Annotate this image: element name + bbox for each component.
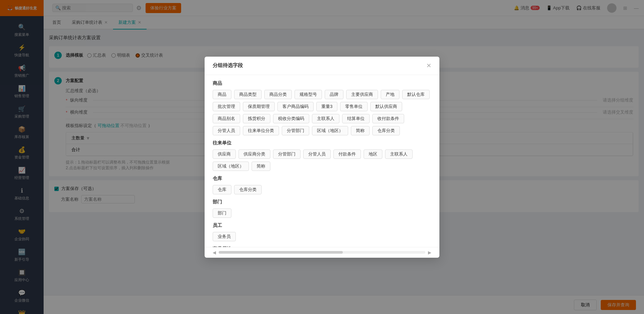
- field-chip-0-11[interactable]: 重量3: [316, 102, 337, 111]
- modal-close-button[interactable]: ✕: [426, 62, 431, 69]
- field-chip-0-3[interactable]: 规格型号: [294, 90, 322, 99]
- section-chips-3: 部门: [213, 208, 431, 218]
- field-chip-0-13[interactable]: 默认供应商: [370, 102, 402, 111]
- section-chips-0: 商品商品类型商品分类规格型号品牌主要供应商产地默认仓库批次管理保质期管理客户商品…: [213, 90, 431, 135]
- field-chip-1-8[interactable]: 简称: [252, 162, 270, 171]
- field-chip-0-25[interactable]: 仓库分类: [372, 126, 400, 135]
- field-chip-1-2[interactable]: 分管部门: [273, 149, 301, 159]
- scrollbar-thumb: [219, 251, 343, 254]
- modal-scroll-bottom: ◀ ▶: [205, 247, 439, 258]
- modal-title: 分组待选字段: [213, 62, 243, 69]
- field-chip-0-1[interactable]: 商品类型: [234, 90, 262, 99]
- section-title-1: 往来单位: [213, 140, 431, 146]
- field-chip-1-5[interactable]: 地区: [364, 149, 382, 159]
- field-chip-0-4[interactable]: 品牌: [325, 90, 343, 99]
- modal-header: 分组待选字段 ✕: [205, 57, 439, 75]
- field-chip-0-12[interactable]: 零售单位: [340, 102, 368, 111]
- section-title-4: 员工: [213, 223, 431, 229]
- field-chip-0-15[interactable]: 拣货积分: [243, 114, 270, 123]
- field-chip-0-17[interactable]: 主联系人: [312, 114, 339, 123]
- section-chips-4: 业务员: [213, 232, 431, 241]
- field-chip-0-5[interactable]: 主要供应商: [346, 90, 378, 99]
- field-chip-0-14[interactable]: 商品别名: [213, 114, 240, 123]
- field-chip-0-7[interactable]: 默认仓库: [402, 90, 430, 99]
- field-chip-0-18[interactable]: 结算单位: [342, 114, 370, 123]
- field-chip-4-0[interactable]: 业务员: [213, 232, 236, 241]
- section-title-3: 部门: [213, 199, 431, 205]
- modal-dialog: 分组待选字段 ✕ 商品商品商品类型商品分类规格型号品牌主要供应商产地默认仓库批次…: [205, 57, 439, 258]
- section-chips-2: 仓库仓库分类: [213, 185, 431, 194]
- field-chip-0-10[interactable]: 客户商品编码: [277, 102, 314, 111]
- field-chip-0-2[interactable]: 商品分类: [264, 90, 292, 99]
- section-title-0: 商品: [213, 80, 431, 86]
- field-chip-0-19[interactable]: 收付款条件: [372, 114, 404, 123]
- field-chip-1-7[interactable]: 区域（地区）: [213, 162, 249, 171]
- field-chip-0-23[interactable]: 区域（地区）: [312, 126, 348, 135]
- horizontal-scrollbar[interactable]: [219, 251, 425, 254]
- scroll-right-icon[interactable]: ▶: [428, 250, 431, 255]
- field-chip-2-0[interactable]: 仓库: [213, 185, 231, 194]
- field-chip-0-16[interactable]: 税收分类编码: [273, 114, 309, 123]
- field-chip-0-8[interactable]: 批次管理: [213, 102, 240, 111]
- field-chip-2-1[interactable]: 仓库分类: [234, 185, 262, 194]
- field-chip-1-3[interactable]: 分管人员: [303, 149, 331, 159]
- field-chip-0-0[interactable]: 商品: [213, 90, 231, 99]
- field-chip-0-20[interactable]: 分管人员: [213, 126, 240, 135]
- field-chip-0-6[interactable]: 产地: [381, 90, 399, 99]
- field-chip-1-4[interactable]: 付款条件: [333, 149, 361, 159]
- field-chip-1-1[interactable]: 供应商分类: [238, 149, 270, 159]
- scroll-left-icon[interactable]: ◀: [213, 250, 216, 255]
- field-chip-1-6[interactable]: 主联系人: [385, 149, 413, 159]
- field-chip-0-22[interactable]: 分管部门: [282, 126, 309, 135]
- section-chips-1: 供应商供应商分类分管部门分管人员付款条件地区主联系人区域（地区）简称: [213, 149, 431, 171]
- field-chip-0-21[interactable]: 往来单位分类: [243, 126, 279, 135]
- field-chip-0-24[interactable]: 简称: [351, 126, 370, 135]
- modal-body: 商品商品商品类型商品分类规格型号品牌主要供应商产地默认仓库批次管理保质期管理客户…: [205, 75, 439, 247]
- field-chip-3-0[interactable]: 部门: [213, 208, 231, 218]
- section-title-2: 仓库: [213, 176, 431, 182]
- field-chip-1-0[interactable]: 供应商: [213, 149, 236, 159]
- field-chip-0-9[interactable]: 保质期管理: [243, 102, 275, 111]
- modal-overlay: 分组待选字段 ✕ 商品商品商品类型商品分类规格型号品牌主要供应商产地默认仓库批次…: [0, 0, 644, 314]
